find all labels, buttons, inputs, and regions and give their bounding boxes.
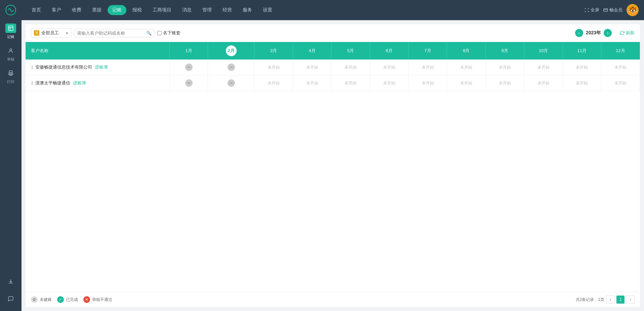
next-year-button[interactable]: › [604, 29, 612, 37]
nav-fuwu[interactable]: 服务 [238, 5, 257, 15]
refresh-label: 刷新 [626, 30, 635, 36]
nav-customer[interactable]: 客户 [47, 5, 66, 15]
search-icon[interactable]: 🔍 [146, 31, 152, 36]
nav-baoshui[interactable]: 报税 [128, 5, 147, 15]
not-started-label: 未开始 [422, 65, 434, 70]
col-header-aug: 8月 [447, 42, 486, 60]
download-icon [5, 277, 16, 286]
nav-jingying[interactable]: 经营 [218, 5, 237, 15]
col-header-jan: 1月 [169, 42, 208, 60]
employee-select[interactable]: 员 全部员工 ▾ [31, 28, 71, 38]
sidebar-label-dayin: 打印 [7, 79, 14, 84]
nav-piaoju[interactable]: 票据 [87, 5, 106, 15]
customer-name: 漠澳太平畅捷通信 [35, 80, 70, 85]
month-cell-9: 未开始 [524, 75, 563, 91]
fullscreen-label: 全屏 [591, 7, 599, 13]
svg-rect-9 [187, 67, 191, 68]
sidebar-label-jizhang: 记账 [7, 34, 14, 39]
shenhe-icon [5, 46, 16, 55]
month-cell-6: 未开始 [408, 75, 447, 91]
col-header-may: 5月 [331, 42, 370, 60]
col-header-nov: 11月 [563, 42, 601, 60]
month-cell-11: 未开始 [601, 75, 640, 91]
month-cell-0[interactable] [169, 75, 208, 91]
sidebar-item-jizhang[interactable]: 记账 [0, 20, 22, 43]
row-number: 2 [31, 80, 33, 85]
legend-dot-teal: ✓ [57, 296, 64, 303]
nav-guanli[interactable]: 管理 [198, 5, 216, 15]
not-started-label: 未开始 [306, 81, 318, 85]
month-cell-2: 未开始 [254, 75, 293, 91]
fullscreen-button[interactable]: 全屏 [585, 7, 599, 13]
month-cell-9: 未开始 [524, 60, 563, 75]
row-name-cell: 1安徽畅捷通信息技术有限公司进账簿 [26, 60, 169, 75]
nav-gongshang[interactable]: 工商项目 [148, 5, 176, 15]
nav-shezhi[interactable]: 设置 [258, 5, 277, 15]
col-header-mar: 3月 [254, 42, 293, 60]
nav-jizhang[interactable]: 记账 [108, 5, 126, 15]
legend-not-started: 未建账 [31, 296, 52, 303]
prev-year-button[interactable]: ‹ [575, 29, 583, 37]
month-cell-4: 未开始 [331, 75, 370, 91]
toolbar: 员 全部员工 ▾ 🔍 名下账套 ‹ 2023年 › [26, 24, 640, 42]
not-started-label: 未开始 [383, 65, 395, 70]
not-started-label: 未开始 [345, 65, 357, 70]
not-started-label: 未开始 [537, 65, 550, 70]
table-footer: 未建账 ✓ 已完成 ✕ 审核不通过 共2条记录，1页 ‹ 1 › [26, 292, 640, 307]
legend-label-rejected: 审核不通过 [92, 297, 112, 303]
sidebar-item-dayin[interactable]: 打印 [0, 65, 22, 88]
legend-label-not-started: 未建账 [40, 297, 52, 303]
accounts-table: 客户名称 1月 2月 3月 4月 5月 6月 7月 8月 9月 [26, 42, 640, 91]
message-icon [5, 294, 16, 304]
page-1-button[interactable]: 1 [616, 296, 625, 304]
sidebar-bottom [0, 273, 22, 311]
not-started-label: 未开始 [576, 65, 588, 70]
mingxia-checkbox[interactable] [157, 31, 162, 35]
search-box: 🔍 [74, 29, 155, 37]
col-header-dec: 12月 [601, 42, 640, 60]
top-navigation: 首页 客户 收费 票据 记账 报税 工商项目 消息 管理 经营 服务 设置 全屏… [22, 0, 644, 20]
not-started-label: 未开始 [614, 65, 627, 70]
nav-home[interactable]: 首页 [27, 5, 46, 15]
employee-icon: 员 [34, 30, 39, 36]
topnav-right: 全屏 畅会员 🐯 [585, 4, 639, 16]
pagination: 共2条记录，1页 ‹ 1 › [576, 296, 635, 304]
svg-rect-12 [230, 83, 233, 83]
refresh-button[interactable]: 刷新 [620, 30, 635, 36]
month-cell-3: 未开始 [293, 60, 331, 75]
checkbox-label[interactable]: 名下账套 [157, 30, 180, 36]
nav-xiaoxi[interactable]: 消息 [177, 5, 196, 15]
month-cell-1[interactable] [208, 60, 254, 75]
legend-completed: ✓ 已完成 [57, 296, 78, 303]
search-input[interactable] [77, 31, 145, 36]
not-built-dot [228, 79, 235, 87]
legend-dot-gray [31, 296, 38, 303]
prev-page-button[interactable]: ‹ [606, 296, 614, 304]
not-started-label: 未开始 [537, 81, 550, 85]
row-number: 1 [31, 65, 33, 70]
month-cell-8: 未开始 [486, 60, 524, 75]
member-button[interactable]: 畅会员 [603, 7, 622, 13]
sidebar-item-download[interactable] [0, 273, 22, 289]
month-cell-4: 未开始 [331, 60, 370, 75]
record-count: 共2条记录，1页 [576, 297, 604, 303]
month-cell-0[interactable] [169, 60, 208, 75]
enter-account-link[interactable]: 进账簿 [95, 65, 108, 70]
enter-account-link[interactable]: 进账簿 [73, 80, 86, 85]
col-header-oct: 10月 [524, 42, 563, 60]
col-header-jul: 7月 [408, 42, 447, 60]
month-cell-1[interactable] [208, 75, 254, 91]
svg-rect-14 [34, 300, 35, 300]
user-avatar[interactable]: 🐯 [627, 4, 639, 16]
month-cell-7: 未开始 [447, 75, 486, 91]
next-page-button[interactable]: › [627, 296, 635, 304]
sidebar-item-shenhe[interactable]: 审核 [0, 43, 22, 65]
nav-shoufei[interactable]: 收费 [67, 5, 86, 15]
month-cell-10: 未开始 [563, 75, 601, 91]
month-cell-6: 未开始 [408, 60, 447, 75]
not-built-dot [228, 64, 235, 71]
month-cell-7: 未开始 [447, 60, 486, 75]
sidebar-item-message[interactable] [0, 291, 22, 307]
svg-rect-0 [8, 26, 13, 31]
employee-label: 全部员工 [41, 30, 59, 36]
